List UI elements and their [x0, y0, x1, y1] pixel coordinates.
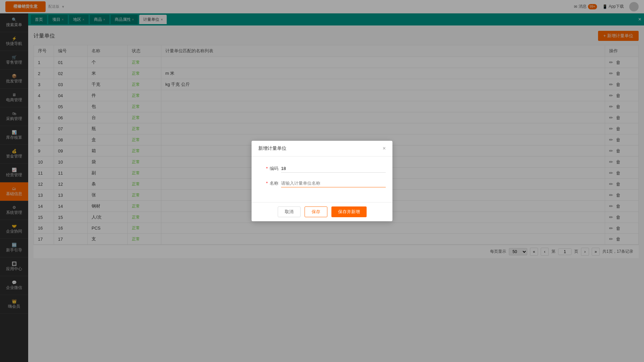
- code-required: *: [266, 166, 268, 171]
- modal-close-button[interactable]: ×: [383, 145, 386, 152]
- modal-header: 新增计量单位 ×: [252, 141, 392, 157]
- save-and-new-button[interactable]: 保存并新增: [331, 206, 367, 217]
- code-input[interactable]: [281, 165, 386, 173]
- modal-title: 新增计量单位: [258, 145, 286, 152]
- form-row-code: * 编码: [258, 165, 386, 173]
- code-label: * 编码: [258, 166, 278, 172]
- add-unit-modal: 新增计量单位 × * 编码 * 名称 取消 保存 保存并新增: [252, 141, 392, 221]
- save-button[interactable]: 保存: [305, 206, 327, 217]
- cancel-button[interactable]: 取消: [278, 206, 301, 217]
- modal-footer: 取消 保存 保存并新增: [252, 202, 392, 221]
- name-input[interactable]: [281, 179, 386, 187]
- name-label: * 名称: [258, 180, 278, 186]
- modal-overlay: 新增计量单位 × * 编码 * 名称 取消 保存 保存并新增: [0, 0, 644, 362]
- name-required: *: [266, 181, 268, 186]
- form-row-name: * 名称: [258, 179, 386, 187]
- modal-body: * 编码 * 名称: [252, 157, 392, 202]
